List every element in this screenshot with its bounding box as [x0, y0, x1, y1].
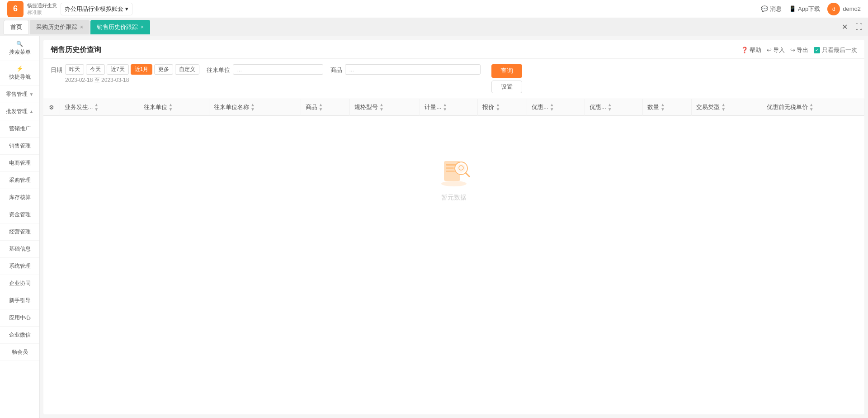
tab-sales-close[interactable]: × [141, 24, 144, 30]
sidebar-item-shortcut[interactable]: ⚡ 快捷导航 [0, 61, 39, 86]
filter-actions: 查询 设置 [491, 64, 522, 93]
table-header-pre-tax[interactable]: 优惠前无税单价 ▲▼ [762, 99, 864, 116]
app-logo: 6 [7, 1, 24, 17]
table-header-spec[interactable]: 规格型号 ▲▼ [349, 99, 420, 116]
checkbox-checked-icon: ✓ [814, 47, 820, 53]
date-filter-label: 日期 [51, 64, 62, 74]
page-header-actions: ❓ 帮助 ↩ 导入 ↪ 导出 ✓ 只看最后一次 [741, 46, 857, 54]
sidebar-item-guide[interactable]: 新手引导 [0, 292, 39, 309]
date-btns: 昨天 今天 近7天 近1月 更多 自定义 [65, 64, 199, 75]
top-bar-right: 💬 消息 📱 App下载 d demo2 [761, 3, 861, 15]
close-all-tabs-button[interactable]: ✕ [839, 22, 850, 33]
tab-bar-actions: ✕ ⛶ [839, 22, 864, 33]
sidebar-item-operations[interactable]: 经营管理 [0, 223, 39, 241]
sidebar: 🔍 搜索菜单 ⚡ 快捷导航 零售管理 ▼ 批发管理 ▲ 营销推广 销售管理 电商… [0, 36, 40, 418]
date-btn-1month[interactable]: 近1月 [131, 64, 153, 75]
tab-sales[interactable]: 销售历史价跟踪 × [90, 20, 150, 34]
sidebar-item-sales-mgmt[interactable]: 销售管理 [0, 138, 39, 155]
table-header-unit[interactable]: 计量... ▲▼ [420, 99, 478, 116]
import-icon: ↩ [767, 47, 772, 53]
date-options: 昨天 今天 近7天 近1月 更多 自定义 2023-02-18 至 2023-0… [65, 64, 199, 84]
shortcut-icon: ⚡ [16, 66, 23, 72]
main-layout: 🔍 搜索菜单 ⚡ 快捷导航 零售管理 ▼ 批发管理 ▲ 营销推广 销售管理 电商… [0, 36, 868, 418]
gear-icon: ⚙ [49, 104, 54, 111]
sort-icon: ▲▼ [608, 103, 612, 112]
tab-purchase-close[interactable]: × [80, 24, 83, 30]
im-button[interactable]: 💬 消息 [761, 5, 782, 13]
empty-state-icon [436, 152, 472, 188]
top-bar: 6 畅捷通好生意 标准版 办公用品行业模拟账套 ▾ 💬 消息 📱 App下载 d… [0, 0, 868, 18]
sort-icon: ▲▼ [169, 103, 173, 112]
sidebar-item-corp-collab[interactable]: 企业协同 [0, 275, 39, 292]
empty-state-text: 暂元数据 [441, 194, 467, 202]
sidebar-item-app-center[interactable]: 应用中心 [0, 309, 39, 327]
sidebar-item-system[interactable]: 系统管理 [0, 258, 39, 275]
chevron-down-icon: ▾ [125, 5, 128, 12]
only-last-checkbox-label[interactable]: ✓ 只看最后一次 [814, 46, 857, 54]
sort-icon: ▲▼ [660, 103, 665, 112]
phone-icon: 📱 [789, 5, 796, 12]
table-header-price[interactable]: 报价 ▲▼ [478, 99, 527, 116]
date-btn-custom[interactable]: 自定义 [175, 64, 199, 75]
svg-line-7 [466, 173, 469, 176]
tab-home[interactable]: 首页 [4, 20, 29, 34]
help-button[interactable]: ❓ 帮助 [741, 46, 761, 54]
table-header-qty[interactable]: 数量 ▲▼ [642, 99, 691, 116]
app-title: 畅捷通好生意 标准版 [27, 2, 57, 15]
goods-input[interactable]: ... [345, 64, 481, 75]
sidebar-item-search[interactable]: 🔍 搜索菜单 [0, 36, 39, 61]
sidebar-item-retail[interactable]: 零售管理 ▼ [0, 86, 39, 103]
table-header-trade-type[interactable]: 交易类型 ▲▼ [692, 99, 762, 116]
content-area: 销售历史价查询 ❓ 帮助 ↩ 导入 ↪ 导出 ✓ [40, 36, 868, 418]
data-table: ⚙ 业务发生... ▲▼ 往来单位 [43, 99, 864, 116]
sort-icon: ▲▼ [319, 103, 323, 112]
filter-area: 日期 昨天 今天 近7天 近1月 更多 自定义 2023-02-18 至 202… [43, 59, 864, 99]
sidebar-item-basic[interactable]: 基础信息 [0, 241, 39, 258]
chevron-down-icon: ▼ [29, 92, 34, 97]
table-header-row: ⚙ 业务发生... ▲▼ 往来单位 [43, 99, 864, 116]
date-range-display: 2023-02-18 至 2023-03-18 [65, 76, 199, 84]
date-btn-7days[interactable]: 近7天 [107, 64, 129, 75]
svg-point-6 [457, 164, 466, 173]
date-btn-today[interactable]: 今天 [86, 64, 105, 75]
table-header-discount1[interactable]: 优惠... ▲▼ [527, 99, 585, 116]
sidebar-item-finance[interactable]: 资金管理 [0, 206, 39, 223]
user-profile[interactable]: d demo2 [827, 3, 861, 15]
partner-filter-label: 往来单位 [207, 64, 230, 74]
help-icon: ❓ [741, 47, 748, 53]
table-header-goods[interactable]: 商品 ▲▼ [301, 99, 349, 116]
sidebar-item-wholesale[interactable]: 批发管理 ▲ [0, 103, 39, 120]
tab-home-label: 首页 [10, 23, 22, 31]
top-bar-left: 6 畅捷通好生意 标准版 办公用品行业模拟账套 ▾ [7, 1, 132, 17]
settings-button[interactable]: 设置 [491, 81, 522, 93]
sidebar-item-ecommerce[interactable]: 电商管理 [0, 155, 39, 172]
table-header-discount2[interactable]: 优惠... ▲▼ [585, 99, 642, 116]
sidebar-item-marketing[interactable]: 营销推广 [0, 120, 39, 138]
empty-state: 暂元数据 [43, 116, 864, 238]
svg-point-0 [441, 181, 467, 186]
sidebar-item-purchase[interactable]: 采购管理 [0, 172, 39, 189]
svg-rect-2 [446, 164, 457, 166]
tab-purchase[interactable]: 采购历史价跟踪 × [30, 20, 90, 34]
table-header-gear[interactable]: ⚙ [43, 99, 60, 116]
table-header-partner-code[interactable]: 往来单位 ▲▼ [139, 99, 209, 116]
table-wrapper: ⚙ 业务发生... ▲▼ 往来单位 [43, 99, 864, 414]
sidebar-item-member[interactable]: 畅会员 [0, 344, 39, 361]
partner-input[interactable]: ... [233, 64, 323, 75]
sidebar-item-corp-wechat[interactable]: 企业微信 [0, 327, 39, 344]
sidebar-item-inventory[interactable]: 库存核算 [0, 189, 39, 206]
date-btn-yesterday[interactable]: 昨天 [65, 64, 84, 75]
company-selector[interactable]: 办公用品行业模拟账套 ▾ [61, 3, 132, 15]
table-header-biz-date[interactable]: 业务发生... ▲▼ [60, 99, 139, 116]
table-header-partner-name[interactable]: 往来单位名称 ▲▼ [209, 99, 301, 116]
goods-filter-group: 商品 ... [330, 64, 481, 75]
chevron-up-icon: ▲ [29, 109, 34, 114]
date-btn-more[interactable]: 更多 [154, 64, 173, 75]
export-button[interactable]: ↪ 导出 [790, 46, 808, 54]
query-button[interactable]: 查询 [491, 64, 522, 78]
app-download-button[interactable]: 📱 App下载 [789, 5, 820, 13]
date-filter-group: 日期 昨天 今天 近7天 近1月 更多 自定义 2023-02-18 至 202… [51, 64, 199, 84]
fullscreen-button[interactable]: ⛶ [854, 22, 864, 33]
sort-icon: ▲▼ [809, 103, 814, 112]
import-button[interactable]: ↩ 导入 [767, 46, 785, 54]
